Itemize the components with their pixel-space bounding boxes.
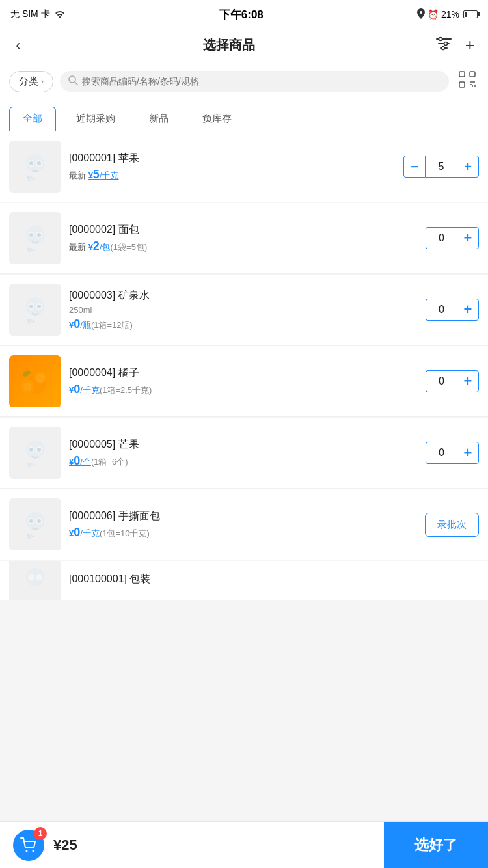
svg-text:智+: 智+ [27, 534, 35, 539]
cart-total: ¥25 [53, 837, 77, 854]
quantity-increase-button[interactable]: + [457, 227, 479, 249]
quantity-control: − + [403, 156, 479, 178]
product-info: [0000002] 面包 最新 ¥2/包(1袋=5包) [69, 223, 418, 253]
svg-point-33 [21, 369, 31, 377]
tab-new[interactable]: 新品 [135, 107, 182, 131]
svg-text:智+: 智+ [27, 247, 35, 253]
page-title: 选择商品 [203, 36, 255, 54]
quantity-increase-button[interactable]: + [457, 156, 479, 178]
wifi-icon [54, 9, 66, 20]
product-item: 智+ [0000006] 手撕面包 ¥0/千克(1包=10千克) 录批次 [0, 489, 488, 560]
product-price: ¥0/瓶(1箱=12瓶) [69, 318, 418, 331]
product-name: [0000002] 面包 [69, 223, 418, 237]
category-button[interactable]: 分类 › [9, 71, 53, 92]
quantity-increase-button[interactable]: + [457, 442, 479, 464]
product-thumbnail: 智+ [9, 212, 61, 264]
quantity-input[interactable] [426, 442, 457, 464]
product-name: [0000001] 苹果 [69, 152, 396, 165]
product-list: 智+ [0000001] 苹果 最新 ¥5/千克 − + 智+ [0, 131, 488, 600]
quantity-input[interactable] [426, 227, 457, 249]
product-thumbnail: 智+ [9, 427, 61, 479]
product-thumbnail: 智+ [9, 498, 61, 550]
product-name: [0000005] 芒果 [69, 438, 418, 452]
svg-point-36 [35, 373, 46, 383]
alarm-icon: ⏰ [427, 9, 439, 20]
tab-negative[interactable]: 负库存 [189, 107, 245, 131]
product-info: [0000001] 苹果 最新 ¥5/千克 [69, 152, 396, 182]
tabs-bar: 全部 近期采购 新品 负库存 [0, 100, 488, 131]
svg-point-19 [37, 161, 41, 165]
nav-actions: + [433, 33, 478, 58]
quantity-input[interactable] [426, 370, 457, 392]
svg-point-25 [37, 233, 41, 237]
svg-rect-9 [470, 72, 475, 77]
svg-point-50 [37, 519, 41, 523]
quantity-control: + [426, 299, 479, 321]
svg-point-56 [33, 850, 34, 852]
product-thumbnail [9, 355, 61, 407]
svg-text:智+: 智+ [27, 319, 35, 325]
svg-point-3 [439, 37, 442, 40]
status-right: ⏰ 21% [417, 8, 478, 21]
svg-point-4 [444, 42, 447, 45]
product-name: [0000003] 矿泉水 [69, 289, 418, 303]
quantity-control: + [426, 442, 479, 464]
status-left: 无 SIM 卡 [10, 8, 66, 20]
svg-rect-8 [459, 72, 465, 77]
svg-rect-10 [459, 82, 465, 87]
svg-text:智+: 智+ [27, 176, 35, 182]
quantity-control: + [426, 370, 479, 392]
svg-point-55 [26, 850, 28, 852]
svg-point-5 [441, 46, 444, 49]
product-item: 智+ [0000002] 面包 最新 ¥2/包(1袋=5包) + [0, 203, 488, 274]
product-info: [0000006] 手撕面包 ¥0/千克(1包=10千克) [69, 509, 417, 539]
product-info: [0000003] 矿泉水 250ml ¥0/瓶(1箱=12瓶) [69, 289, 418, 331]
search-box[interactable] [60, 71, 449, 92]
product-item: 智+ [0000001] 苹果 最新 ¥5/千克 − + [0, 131, 488, 202]
tab-recent[interactable]: 近期采购 [62, 107, 129, 131]
product-price: ¥0/个(1箱=6个) [69, 454, 418, 468]
product-item: 智+ [0000003] 矿泉水 250ml ¥0/瓶(1箱=12瓶) + [0, 275, 488, 346]
product-info: [000100001] 包装 [69, 573, 479, 589]
back-button[interactable]: ‹ [10, 34, 25, 57]
product-info: [0000005] 芒果 ¥0/个(1箱=6个) [69, 438, 418, 468]
quantity-increase-button[interactable]: + [457, 299, 479, 321]
product-price: ¥0/千克(1包=10千克) [69, 526, 417, 539]
svg-point-43 [29, 448, 33, 452]
batch-button[interactable]: 录批次 [425, 513, 479, 537]
search-input[interactable] [82, 76, 441, 87]
cart-section: 1 ¥25 [0, 830, 384, 861]
quantity-increase-button[interactable]: + [457, 370, 479, 392]
svg-point-49 [29, 519, 33, 523]
filter-icon[interactable] [433, 34, 455, 57]
search-icon [68, 75, 78, 88]
quantity-input[interactable] [426, 299, 457, 321]
filter-bar: 分类 › [0, 62, 488, 100]
product-info: [0000004] 橘子 ¥0/千克(1箱=2.5千克) [69, 366, 418, 396]
svg-point-30 [29, 305, 33, 308]
product-name: [0000006] 手撕面包 [69, 509, 417, 523]
confirm-button[interactable]: 选好了 [384, 822, 488, 869]
svg-point-18 [29, 161, 33, 165]
scan-icon[interactable] [455, 69, 479, 94]
product-item: 智+ [0000005] 芒果 ¥0/个(1箱=6个) + [0, 418, 488, 489]
tab-all[interactable]: 全部 [9, 107, 56, 131]
svg-point-44 [37, 448, 41, 452]
battery-label: 21% [441, 9, 459, 20]
add-button[interactable]: + [463, 33, 478, 58]
quantity-control: + [426, 227, 479, 249]
product-name: [000100001] 包装 [69, 573, 479, 586]
product-thumbnail: 智+ [9, 284, 61, 336]
product-thumbnail: 智+ [9, 141, 61, 193]
quantity-input[interactable] [426, 156, 457, 178]
svg-line-7 [75, 82, 77, 85]
quantity-decrease-button[interactable]: − [403, 156, 426, 178]
cart-button[interactable]: 1 [13, 830, 44, 861]
product-thumbnail [9, 561, 61, 600]
svg-point-54 [36, 574, 42, 580]
product-spec: 250ml [69, 305, 418, 315]
category-label: 分类 [19, 75, 38, 88]
svg-point-31 [37, 305, 41, 308]
product-name: [0000004] 橘子 [69, 366, 418, 380]
cart-badge: 1 [34, 827, 47, 840]
